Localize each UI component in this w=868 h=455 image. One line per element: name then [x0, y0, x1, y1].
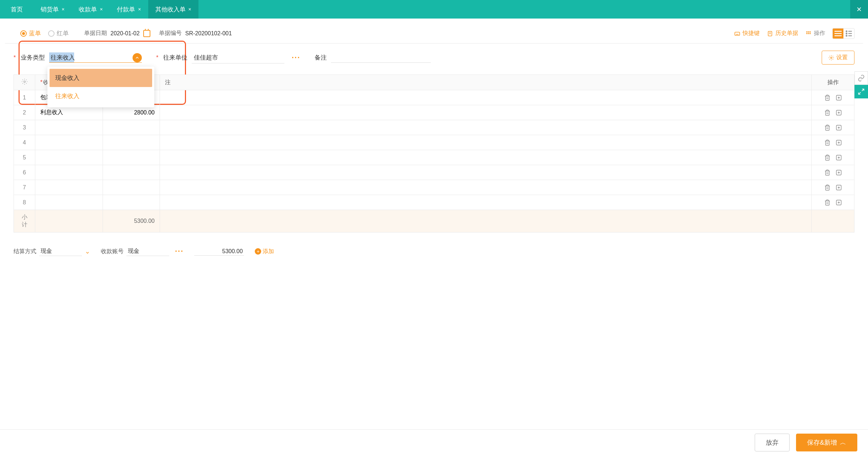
table-row[interactable]: 3: [14, 120, 854, 135]
table-row[interactable]: 5: [14, 150, 854, 165]
cell-income[interactable]: [35, 180, 103, 195]
pay-method-label: 结算方式: [14, 248, 36, 255]
date-value[interactable]: 2020-01-02: [110, 30, 140, 37]
footer-bar: 放弃 保存&新增︿: [0, 429, 868, 455]
pay-amount-value[interactable]: 5300.00: [194, 247, 244, 256]
svg-point-10: [846, 35, 847, 36]
radio-blue[interactable]: 蓝单: [20, 29, 41, 37]
operations-link[interactable]: 操作: [805, 30, 825, 37]
col-gear-header[interactable]: [14, 75, 35, 90]
row-index: 3: [14, 120, 35, 135]
cell-amount[interactable]: [103, 135, 160, 150]
view-grid-button[interactable]: [843, 29, 854, 39]
delete-icon[interactable]: [824, 109, 831, 116]
delete-icon[interactable]: [824, 169, 831, 176]
close-icon[interactable]: ×: [188, 6, 191, 12]
dropdown-option-cash[interactable]: 现金收入: [50, 69, 152, 87]
row-index: 2: [14, 105, 35, 120]
account-lookup-button[interactable]: ···: [175, 247, 184, 256]
table-row[interactable]: 4: [14, 135, 854, 150]
delete-icon[interactable]: [824, 94, 831, 101]
cell-remark[interactable]: [160, 195, 812, 210]
add-row-icon[interactable]: [836, 109, 842, 116]
plus-icon: +: [255, 248, 261, 255]
biz-type-group: * 业务类型 现金收入 往来收入: [14, 52, 142, 63]
add-row-icon[interactable]: [836, 154, 842, 161]
view-list-button[interactable]: [833, 29, 843, 39]
cell-remark[interactable]: [160, 90, 812, 105]
calendar-icon[interactable]: [143, 30, 150, 37]
settings-button[interactable]: 设置: [822, 51, 854, 65]
radio-red[interactable]: 红单: [48, 29, 69, 37]
side-expand-button[interactable]: [854, 85, 868, 98]
add-payment-button[interactable]: + 添加: [255, 248, 274, 255]
cell-remark[interactable]: [160, 180, 812, 195]
tab-other-income[interactable]: 其他收入单×: [148, 0, 198, 19]
view-toggle: [832, 28, 854, 39]
tab-home[interactable]: 首页: [0, 0, 33, 19]
cell-remark[interactable]: [160, 150, 812, 165]
cell-income[interactable]: [35, 135, 103, 150]
cell-income[interactable]: [35, 120, 103, 135]
history-link[interactable]: 历史单据: [767, 30, 798, 37]
cell-income[interactable]: [35, 195, 103, 210]
cell-income[interactable]: [35, 150, 103, 165]
radio-unchecked-icon: [48, 30, 55, 37]
table-row[interactable]: 8: [14, 195, 854, 210]
cell-amount[interactable]: [103, 165, 160, 180]
dropdown-toggle[interactable]: [133, 53, 142, 62]
add-row-icon[interactable]: [836, 124, 842, 131]
cell-amount[interactable]: [103, 150, 160, 165]
cancel-button[interactable]: 放弃: [755, 434, 790, 451]
table-row[interactable]: 7: [14, 180, 854, 195]
delete-icon[interactable]: [824, 139, 831, 146]
cell-income[interactable]: [35, 165, 103, 180]
col-ops-header: 操作: [812, 75, 854, 90]
add-row-icon[interactable]: [836, 199, 842, 206]
cell-amount[interactable]: [103, 195, 160, 210]
shortcut-link[interactable]: 快捷键: [734, 30, 760, 37]
doc-no-label: 单据编号: [159, 30, 182, 37]
remarks-label: 备注: [315, 53, 327, 62]
close-icon[interactable]: ×: [138, 6, 141, 12]
delete-icon[interactable]: [824, 199, 831, 206]
tab-receipt[interactable]: 收款单×: [72, 0, 110, 19]
cell-amount[interactable]: [103, 120, 160, 135]
row-index: 1: [14, 90, 35, 105]
close-icon[interactable]: ×: [62, 6, 64, 12]
party-label: 往来单位: [163, 53, 187, 62]
pay-method-value[interactable]: 现金: [39, 247, 82, 256]
add-row-icon[interactable]: [836, 169, 842, 176]
tabs-bar-close-button[interactable]: ×: [850, 0, 868, 19]
cell-remark[interactable]: [160, 165, 812, 180]
save-button[interactable]: 保存&新增︿: [796, 434, 857, 451]
cell-remark[interactable]: [160, 105, 812, 120]
svg-point-8: [846, 31, 847, 32]
chevron-down-icon[interactable]: ⌄: [85, 247, 90, 255]
add-row-icon[interactable]: [836, 139, 842, 146]
radio-checked-icon: [20, 30, 27, 37]
party-value[interactable]: 佳佳超市: [192, 52, 284, 63]
table-row[interactable]: 6: [14, 165, 854, 180]
biz-type-input[interactable]: [49, 52, 142, 63]
tab-payment[interactable]: 付款单×: [110, 0, 148, 19]
cell-remark[interactable]: [160, 120, 812, 135]
delete-icon[interactable]: [824, 124, 831, 131]
delete-icon[interactable]: [824, 154, 831, 161]
delete-icon[interactable]: [824, 184, 831, 191]
pay-account-value[interactable]: 现金: [126, 247, 169, 256]
party-lookup-button[interactable]: ···: [291, 53, 300, 62]
close-icon[interactable]: ×: [100, 6, 103, 12]
dropdown-option-account[interactable]: 往来收入: [50, 87, 152, 105]
add-row-icon[interactable]: [836, 184, 842, 191]
side-link-button[interactable]: [854, 71, 868, 85]
remarks-input[interactable]: [331, 52, 431, 63]
cell-remark[interactable]: [160, 135, 812, 150]
add-row-icon[interactable]: [836, 94, 842, 101]
side-buttons: [854, 71, 868, 98]
cell-amount[interactable]: [103, 180, 160, 195]
history-icon: [767, 30, 773, 37]
subtotal-label: 小计: [14, 210, 35, 232]
tab-sales-order[interactable]: 销货单×: [33, 0, 72, 19]
svg-rect-4: [810, 31, 811, 32]
